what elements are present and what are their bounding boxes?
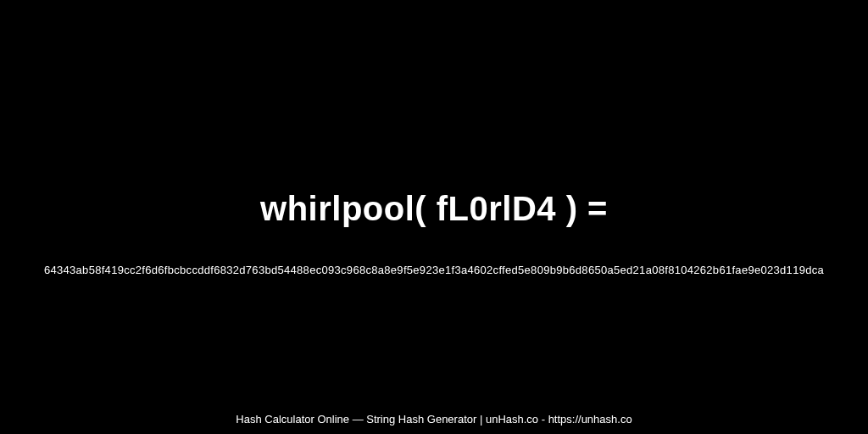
main-content: whirlpool( fL0rlD4 ) = 64343ab58f419cc2f… bbox=[44, 190, 824, 276]
footer-attribution: Hash Calculator Online — String Hash Gen… bbox=[0, 413, 868, 426]
hash-output-value: 64343ab58f419cc2f6d6fbcbccddf6832d763bd5… bbox=[44, 264, 824, 276]
hash-expression-heading: whirlpool( fL0rlD4 ) = bbox=[260, 190, 608, 228]
